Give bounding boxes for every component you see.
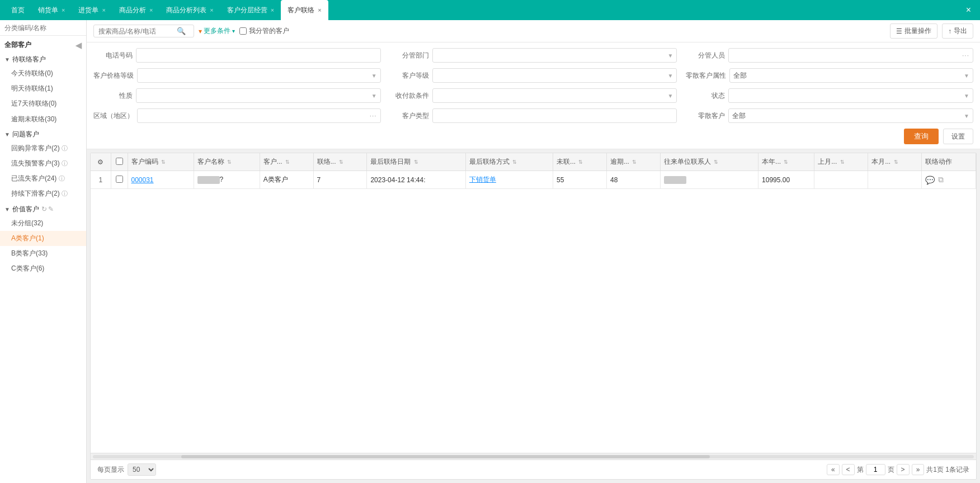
sidebar-item-b-class[interactable]: B类客户(33)	[0, 246, 86, 261]
filter-icon: ▾	[199, 27, 202, 35]
close-sales-tab[interactable]: ×	[62, 7, 65, 13]
price-level-select[interactable]: ▼	[137, 68, 381, 83]
nav-customer-segment[interactable]: 客户分层经营 ×	[220, 0, 281, 20]
col-code[interactable]: 客户编码 ⇅	[128, 153, 194, 171]
query-btn[interactable]: 查询	[904, 129, 939, 144]
sidebar-collapse-icon[interactable]: ◀	[76, 41, 82, 50]
info-icon: ⓘ	[62, 145, 68, 151]
nav-customer-contact[interactable]: 客户联络 ×	[281, 0, 328, 20]
pagination-right: « < 第 页 > » 共1页 1条记录	[827, 464, 969, 475]
col-contact[interactable]: 联络... ⇅	[313, 153, 367, 171]
per-page-select[interactable]: 50 20 100	[128, 463, 156, 476]
sidebar-all-customers[interactable]: 全部客户 ◀	[0, 36, 86, 52]
status-select[interactable]: ▼	[728, 88, 973, 103]
scrollbar-track[interactable]	[93, 455, 974, 458]
more-conditions-btn[interactable]: ▾ 更多条件 ▾	[199, 26, 235, 36]
sidebar-item-7days[interactable]: 近7天待联络(0)	[0, 96, 86, 111]
col-this-month[interactable]: 本月... ⇅	[868, 153, 922, 171]
sidebar-item-overdue[interactable]: 逾期未联络(30)	[0, 112, 86, 127]
col-company-contact[interactable]: 往来单位联系人 ⇅	[660, 153, 758, 171]
row-code[interactable]: 000031	[128, 171, 194, 189]
col-overdue[interactable]: 逾期... ⇅	[606, 153, 660, 171]
row-this-year: 10995.00	[758, 171, 814, 189]
col-type[interactable]: 客户... ⇅	[260, 153, 313, 171]
col-name[interactable]: 客户名称 ⇅	[194, 153, 260, 171]
sort-last-month-icon: ⇅	[840, 159, 845, 165]
nav-goods-analysis-list[interactable]: 商品分析列表 ×	[159, 0, 220, 20]
link-icon[interactable]: ⧉	[938, 175, 944, 184]
manager-select[interactable]: ···	[728, 48, 973, 63]
settings-btn[interactable]: 设置	[943, 129, 973, 144]
region-select[interactable]: ···	[137, 108, 381, 123]
sidebar-item-c-class[interactable]: C类客户(6)	[0, 261, 86, 276]
col-last-method[interactable]: 最后联络方式 ⇅	[465, 153, 553, 171]
phone-input[interactable]	[136, 48, 381, 63]
sort-last-date-icon: ⇅	[414, 159, 418, 165]
filter-retail-customer: 零散客户 全部 ▼	[686, 107, 973, 124]
sidebar-item-churned[interactable]: 已流失客户(24) ⓘ	[0, 171, 86, 186]
customer-level-select[interactable]: ▼	[432, 68, 677, 83]
status-arrow: ▼	[964, 93, 969, 99]
col-last-date[interactable]: 最后联络日期 ⇅	[367, 153, 465, 171]
my-customers-checkbox[interactable]: 我分管的客户	[239, 26, 289, 36]
sidebar-item-declining[interactable]: 持续下滑客户(2) ⓘ	[0, 186, 86, 201]
next-page-btn[interactable]: >	[897, 464, 910, 475]
close-purchase-tab[interactable]: ×	[102, 7, 105, 13]
sort-code-icon: ⇅	[161, 159, 166, 165]
prev-page-btn[interactable]: <	[842, 464, 855, 475]
table-scroll[interactable]: ⚙ 客户编码 ⇅ 客户名称 ⇅	[91, 153, 976, 453]
dept-select[interactable]: ▼	[432, 48, 677, 63]
row-last-method[interactable]: 下销货单	[465, 171, 553, 189]
main-search-input[interactable]	[98, 27, 177, 35]
sidebar-search-input[interactable]	[4, 24, 87, 32]
scrollbar-thumb[interactable]	[181, 455, 710, 458]
close-goods-analysis-list-tab[interactable]: ×	[210, 7, 213, 13]
sidebar-group-pending[interactable]: ▼ 待联络客户	[0, 52, 86, 66]
last-page-btn[interactable]: »	[912, 464, 925, 475]
nav-sales[interactable]: 销货单 ×	[31, 0, 72, 20]
row-checkbox[interactable]	[116, 176, 123, 183]
main-search-icon[interactable]: 🔍	[177, 27, 186, 35]
sidebar-item-unclassified[interactable]: 未分组(32)	[0, 216, 86, 231]
close-customer-segment-tab[interactable]: ×	[271, 7, 274, 13]
sidebar-item-repurchase-abnormal[interactable]: 回购异常客户(2) ⓘ	[0, 141, 86, 156]
col-settings[interactable]: ⚙	[91, 153, 111, 171]
page-number-input[interactable]	[866, 464, 885, 475]
nature-select[interactable]: ▼	[136, 88, 381, 103]
select-all-checkbox[interactable]	[116, 158, 123, 165]
edit-icon[interactable]: ✎	[48, 205, 54, 213]
sidebar-group-problem[interactable]: ▼ 问题客户	[0, 127, 86, 141]
row-checkbox-cell[interactable]	[111, 171, 128, 189]
my-customers-check[interactable]	[239, 27, 247, 35]
payment-select[interactable]: ▼	[432, 88, 677, 103]
customer-type-input[interactable]	[432, 108, 677, 123]
sidebar-item-churn-warning[interactable]: 流失预警客户(3) ⓘ	[0, 156, 86, 171]
sidebar-item-a-class[interactable]: A类客户(1)	[0, 231, 86, 246]
sidebar-item-tomorrow[interactable]: 明天待联络(1)	[0, 81, 86, 96]
col-checkbox[interactable]	[111, 153, 128, 171]
filter-price-level: 客户价格等级 ▼	[93, 67, 381, 84]
close-goods-analysis-tab[interactable]: ×	[149, 7, 153, 13]
sidebar-item-today[interactable]: 今天待联络(0)	[0, 66, 86, 81]
horizontal-scrollbar[interactable]	[91, 453, 976, 460]
col-no-contact[interactable]: 未联... ⇅	[553, 153, 607, 171]
comment-icon[interactable]: 💬	[925, 176, 935, 184]
nav-home[interactable]: 首页	[4, 0, 31, 20]
settings-gear-icon[interactable]: ⚙	[97, 158, 103, 166]
col-last-month[interactable]: 上月... ⇅	[814, 153, 868, 171]
nav-goods-analysis[interactable]: 商品分析 ×	[112, 0, 159, 20]
retail-attr-select[interactable]: 全部 ▼	[729, 68, 973, 83]
export-btn[interactable]: ↑ 导出	[942, 23, 973, 39]
first-page-btn[interactable]: «	[827, 464, 840, 475]
batch-op-btn[interactable]: ☰ 批量操作	[890, 23, 937, 39]
filter-customer-type: 客户类型	[390, 107, 677, 124]
col-this-year[interactable]: 本年... ⇅	[758, 153, 814, 171]
refresh-icon[interactable]: ↻	[41, 205, 47, 213]
arrow-icon: ▼	[4, 131, 10, 138]
retail-customer-select[interactable]: 全部 ▼	[728, 108, 973, 123]
nav-purchase[interactable]: 进货单 ×	[72, 0, 112, 20]
col-action: 联络动作	[922, 153, 976, 171]
window-close-button[interactable]: ×	[962, 5, 976, 15]
close-customer-contact-tab[interactable]: ×	[318, 7, 321, 13]
sidebar-group-value[interactable]: ▼ 价值客户 ↻ ✎	[0, 202, 86, 216]
